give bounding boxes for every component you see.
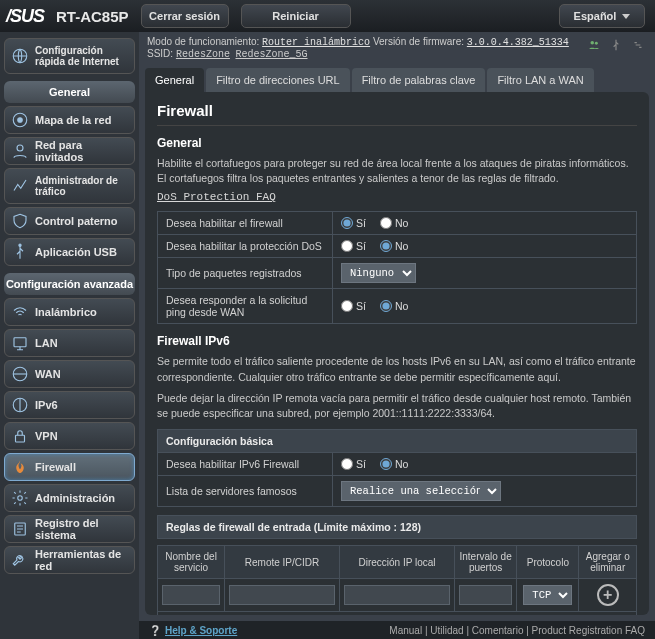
tab-keyword-filter[interactable]: Filtro de palabras clave <box>352 68 486 92</box>
enable-ipv6-fw-no[interactable]: No <box>380 458 408 470</box>
sidebar-item-label: Registro del sistema <box>35 517 128 541</box>
logged-packets-select[interactable]: Ninguno <box>341 263 416 283</box>
col-add-remove: Agregar o eliminar <box>579 546 637 579</box>
sidebar-item-admin[interactable]: Administración <box>4 484 135 512</box>
radio-label: Sí <box>356 240 366 252</box>
info-bar: Modo de funcionamiento: Router inalámbri… <box>139 32 655 66</box>
remote-ip-input[interactable] <box>229 585 335 605</box>
shield-icon <box>11 212 29 230</box>
col-port: Intervalo de puertos <box>454 546 516 579</box>
inbound-rules-table: Nombre del servicio Remote IP/CIDR Direc… <box>157 545 637 615</box>
lan-icon <box>11 334 29 352</box>
enable-dos-yes[interactable]: Sí <box>341 240 366 252</box>
help-icon: ❔ <box>149 625 161 636</box>
enable-firewall-no[interactable]: No <box>380 217 408 229</box>
col-service: Nombre del servicio <box>158 546 225 579</box>
sidebar-item-usb[interactable]: Aplicación USB <box>4 238 135 266</box>
page-title: Firewall <box>157 102 637 126</box>
firmware-link[interactable]: 3.0.0.4.382_51334 <box>467 37 569 48</box>
add-rule-button[interactable]: + <box>597 584 619 606</box>
sidebar-item-lan[interactable]: LAN <box>4 329 135 357</box>
chevron-down-icon <box>622 14 630 19</box>
port-range-input[interactable] <box>459 585 512 605</box>
respond-ping-no[interactable]: No <box>380 300 408 312</box>
sidebar-item-guest-network[interactable]: Red para invitados <box>4 137 135 165</box>
respond-ping-label: Desea responder a la solicitud ping desd… <box>158 289 333 324</box>
language-dropdown[interactable]: Español <box>559 4 645 28</box>
sidebar-item-traffic[interactable]: Administrador de tráfico <box>4 168 135 204</box>
enable-dos-no[interactable]: No <box>380 240 408 252</box>
general-settings-table: Desea habilitar el firewall Sí No Desea … <box>157 211 637 324</box>
sidebar-item-parental[interactable]: Control paterno <box>4 207 135 235</box>
section-general: General <box>157 136 637 150</box>
footer-links[interactable]: Manual | Utilidad | Comentario | Product… <box>389 625 645 636</box>
mode-label: Modo de funcionamiento: <box>147 36 262 47</box>
service-input[interactable] <box>162 585 220 605</box>
enable-ipv6-fw-yes[interactable]: Sí <box>341 458 366 470</box>
ipv6-desc-2: Puede dejar la dirección IP remota vacía… <box>157 391 637 421</box>
col-protocol: Protocolo <box>517 546 579 579</box>
no-data-message: No hay datos en la tabla. <box>158 612 637 615</box>
content-panel: Firewall General Habilite el cortafuegos… <box>145 92 649 615</box>
link-status-icon[interactable] <box>631 38 645 52</box>
famous-servers-select[interactable]: Realice una selección <box>341 481 501 501</box>
reboot-button[interactable]: Reiniciar <box>241 4 351 28</box>
svg-point-2 <box>18 118 23 123</box>
sidebar-heading-general: General <box>4 81 135 103</box>
sidebar-item-firewall[interactable]: Firewall <box>4 453 135 481</box>
usb-icon <box>11 243 29 261</box>
firewall-icon <box>11 458 29 476</box>
tab-lan-wan-filter[interactable]: Filtro LAN a WAN <box>487 68 593 92</box>
basic-config-heading: Configuración básica <box>158 430 637 453</box>
sidebar-item-ipv6[interactable]: IPv6 <box>4 391 135 419</box>
lock-icon <box>11 427 29 445</box>
sidebar-item-label: Red para invitados <box>35 139 128 163</box>
ipv6-desc-1: Se permite todo el tráfico saliente proc… <box>157 354 637 384</box>
top-bar: /SUS RT-AC85P Cerrar sesión Reiniciar Es… <box>0 0 655 32</box>
protocol-select[interactable]: TCP <box>523 585 572 605</box>
logout-button[interactable]: Cerrar sesión <box>141 4 229 28</box>
sidebar-item-wan[interactable]: WAN <box>4 360 135 388</box>
general-description: Habilite el cortafuegos para proteger su… <box>157 156 637 186</box>
sidebar-item-vpn[interactable]: VPN <box>4 422 135 450</box>
radio-label: Sí <box>356 300 366 312</box>
main-area: Modo de funcionamiento: Router inalámbri… <box>139 32 655 639</box>
ipv6-icon <box>11 396 29 414</box>
sidebar-item-syslog[interactable]: Registro del sistema <box>4 515 135 543</box>
log-icon <box>11 520 29 538</box>
sidebar-item-label: Administración <box>35 492 115 504</box>
tab-url-filter[interactable]: Filtro de direcciones URL <box>206 68 350 92</box>
help-support-link[interactable]: Help & Soporte <box>165 625 237 636</box>
sidebar-item-nettools[interactable]: Herramientas de red <box>4 546 135 574</box>
firmware-label: Versión de firmware: <box>373 36 467 47</box>
sidebar-heading-advanced: Configuración avanzada <box>4 273 135 295</box>
model-name: RT-AC85P <box>52 8 129 25</box>
tab-general[interactable]: General <box>145 68 204 92</box>
respond-ping-yes[interactable]: Sí <box>341 300 366 312</box>
svg-rect-8 <box>16 435 25 442</box>
radio-label: Sí <box>356 458 366 470</box>
wan-icon <box>11 365 29 383</box>
globe-icon <box>11 47 29 65</box>
local-ip-input[interactable] <box>344 585 450 605</box>
sidebar-item-label: Herramientas de red <box>35 548 128 572</box>
svg-point-11 <box>591 41 595 45</box>
usb-status-icon[interactable] <box>609 38 623 52</box>
clients-icon[interactable] <box>587 38 601 52</box>
sidebar-item-label: Configuración rápida de Internet <box>35 45 128 67</box>
logged-packets-label: Tipo de paquetes registrados <box>158 258 333 289</box>
inbound-rules-section: Reglas de firewall de entrada (Límite má… <box>157 515 637 539</box>
enable-firewall-yes[interactable]: Sí <box>341 217 366 229</box>
radio-label: No <box>395 240 408 252</box>
sidebar-item-wireless[interactable]: Inalámbrico <box>4 298 135 326</box>
section-ipv6: Firewall IPv6 <box>157 334 637 348</box>
sidebar-item-quick-setup[interactable]: Configuración rápida de Internet <box>4 38 135 74</box>
status-icons <box>587 38 645 52</box>
mode-link[interactable]: Router inalámbrico <box>262 37 370 48</box>
sidebar-item-network-map[interactable]: Mapa de la red <box>4 106 135 134</box>
sidebar-item-label: Inalámbrico <box>35 306 97 318</box>
language-label: Español <box>574 10 617 22</box>
dos-faq-link[interactable]: DoS Protection FAQ <box>157 191 276 203</box>
sidebar-item-label: Firewall <box>35 461 76 473</box>
brand-logo: /SUS <box>6 6 52 27</box>
